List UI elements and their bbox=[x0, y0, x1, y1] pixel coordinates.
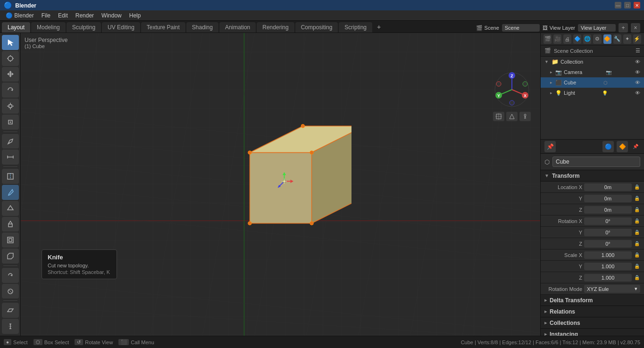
extrude-btn[interactable] bbox=[2, 217, 19, 232]
location-x-lock[interactable]: 🔒 bbox=[634, 184, 640, 191]
light-visibility[interactable]: 👁 bbox=[635, 90, 640, 96]
tab-modeling[interactable]: Modeling bbox=[31, 22, 66, 33]
menu-file[interactable]: File bbox=[38, 11, 54, 20]
menu-window[interactable]: Window bbox=[98, 11, 125, 20]
delta-transform-header[interactable]: ▸ Delta Transform bbox=[541, 295, 644, 306]
tab-scripting[interactable]: Scripting bbox=[339, 22, 372, 33]
scale-y-lock[interactable]: 🔒 bbox=[634, 263, 640, 270]
prop-pin-btn[interactable]: 📌 bbox=[544, 141, 556, 152]
scale-y-input[interactable]: 1.000 bbox=[584, 263, 632, 270]
menu-help[interactable]: Help bbox=[125, 11, 145, 20]
tab-compositing[interactable]: Compositing bbox=[295, 22, 338, 33]
bevel-btn[interactable] bbox=[2, 249, 19, 264]
cube-3d bbox=[210, 99, 351, 241]
location-x-input[interactable]: 0m bbox=[584, 183, 632, 191]
measure-tool-btn[interactable] bbox=[2, 149, 19, 165]
move-tool-btn[interactable] bbox=[2, 67, 19, 82]
screw-btn[interactable] bbox=[2, 284, 19, 299]
rip-btn[interactable] bbox=[2, 319, 19, 334]
rp-icon-btn-physics[interactable]: ⚡ bbox=[633, 34, 641, 44]
rp-icon-btn-scene[interactable]: 🎬 bbox=[544, 34, 552, 44]
scene-selector[interactable]: Scene bbox=[502, 24, 540, 32]
rp-icon-btn-scene2[interactable]: 🌐 bbox=[583, 34, 591, 44]
rp-icon-btn-render[interactable]: 🎥 bbox=[553, 34, 561, 44]
rotation-z-input[interactable]: 0° bbox=[584, 240, 632, 248]
minimize-button[interactable]: — bbox=[615, 2, 621, 8]
location-y-lock[interactable]: 🔒 bbox=[634, 195, 640, 202]
rotation-mode-dropdown[interactable]: XYZ Eule ▾ bbox=[584, 285, 640, 293]
cursor-tool-btn[interactable] bbox=[2, 51, 19, 66]
shear-btn[interactable] bbox=[2, 303, 19, 318]
location-y-input[interactable]: 0m bbox=[584, 195, 632, 202]
outliner-camera-item[interactable]: ▸ 📷 Camera 📷 👁 bbox=[541, 67, 644, 77]
maximize-button[interactable]: □ bbox=[624, 2, 631, 8]
rotation-x-lock[interactable]: 🔒 bbox=[634, 218, 640, 224]
relations-header[interactable]: ▸ Relations bbox=[541, 306, 644, 317]
rp-icon-btn-view[interactable]: 🔷 bbox=[573, 34, 581, 44]
rotate-tool-btn[interactable] bbox=[2, 83, 19, 98]
window-controls[interactable]: — □ ✕ bbox=[615, 2, 640, 8]
rotation-z-lock[interactable]: 🔒 bbox=[634, 240, 640, 247]
menu-blender[interactable]: 🔵 Blender bbox=[2, 11, 38, 20]
viewport-3d[interactable]: User Perspective (1) Cube Z X bbox=[21, 33, 540, 336]
loop-cut-btn[interactable] bbox=[2, 169, 19, 184]
rp-icon-btn-object[interactable]: 🔶 bbox=[603, 34, 611, 44]
annotate-tool-btn[interactable] bbox=[2, 134, 19, 149]
scale-x-input[interactable]: 1.000 bbox=[584, 251, 632, 259]
scale-z-lock[interactable]: 🔒 bbox=[634, 274, 640, 281]
scene-options-button[interactable]: × bbox=[631, 23, 640, 33]
inset-btn[interactable] bbox=[2, 232, 19, 248]
rotation-y-lock[interactable]: 🔒 bbox=[634, 229, 640, 236]
instancing-header[interactable]: ▸ Instancing bbox=[541, 329, 644, 336]
rp-icon-btn-output[interactable]: 🖨 bbox=[563, 34, 571, 44]
ortho-cam-btn[interactable] bbox=[493, 112, 504, 121]
outliner-collection-item[interactable]: ▼ 📁 Collection 👁 bbox=[541, 57, 644, 67]
tab-texture-paint[interactable]: Texture Paint bbox=[141, 22, 185, 33]
select-tool-btn[interactable] bbox=[2, 35, 19, 50]
tab-shading[interactable]: Shading bbox=[186, 22, 218, 33]
walk-nav-btn[interactable] bbox=[519, 112, 531, 121]
outliner-light-item[interactable]: ▸ 💡 Light 💡 👁 bbox=[541, 88, 644, 98]
tab-rendering[interactable]: Rendering bbox=[257, 22, 294, 33]
location-z-input[interactable]: 0m bbox=[584, 206, 632, 214]
poly-build-btn[interactable] bbox=[2, 201, 19, 216]
rp-icon-btn-modifier[interactable]: 🔧 bbox=[613, 34, 621, 44]
rp-icon-btn-world[interactable]: ⚙ bbox=[593, 34, 601, 44]
close-button[interactable]: ✕ bbox=[634, 2, 640, 8]
rp-icon-btn-particles[interactable]: ✦ bbox=[623, 34, 631, 44]
transform-section-header[interactable]: ▼ Transform bbox=[541, 170, 644, 182]
collection-visibility[interactable]: 👁 bbox=[635, 59, 640, 65]
prop-pin-active-btn[interactable]: 🔶 bbox=[617, 141, 628, 152]
spin-btn[interactable] bbox=[2, 268, 19, 283]
collections-header[interactable]: ▸ Collections bbox=[541, 317, 644, 329]
persp-cam-btn[interactable] bbox=[506, 112, 518, 121]
add-view-layer-button[interactable]: + bbox=[619, 23, 628, 33]
object-name-input[interactable] bbox=[552, 157, 640, 167]
transform-content: Location X 0m 🔒 Y 0m 🔒 Z 0m 🔒 bbox=[541, 182, 644, 295]
scale-x-lock[interactable]: 🔒 bbox=[634, 252, 640, 258]
knife-tool-btn[interactable] bbox=[2, 185, 19, 200]
camera-visibility[interactable]: 👁 bbox=[635, 69, 640, 75]
rotation-y-input[interactable]: 0° bbox=[584, 229, 632, 236]
tab-uv-editing[interactable]: UV Editing bbox=[102, 22, 140, 33]
scale-z-input[interactable]: 1.000 bbox=[584, 274, 632, 282]
prop-filter-btn[interactable]: 🔵 bbox=[602, 141, 614, 152]
scale-x-label: Scale X bbox=[544, 252, 582, 258]
menu-edit[interactable]: Edit bbox=[54, 11, 72, 20]
location-z-lock[interactable]: 🔒 bbox=[634, 207, 640, 213]
outliner-cube-item[interactable]: ▸ ⬛ Cube ⬡ 👁 bbox=[541, 77, 644, 88]
add-workspace-button[interactable]: + bbox=[373, 21, 385, 33]
navigation-gizmo[interactable]: Z X Y bbox=[493, 71, 531, 108]
scale-tool-btn[interactable] bbox=[2, 99, 19, 114]
outliner-filter-btn[interactable]: ☰ bbox=[636, 48, 640, 54]
menu-render[interactable]: Render bbox=[72, 11, 98, 20]
tab-animation[interactable]: Animation bbox=[219, 22, 256, 33]
viewport[interactable]: ⬛ Edit Mode ▾ · ⟋ ◼ View Select Add Mesh… bbox=[21, 33, 540, 336]
status-select: ● Select bbox=[4, 339, 28, 345]
view-layer-selector[interactable]: View Layer bbox=[578, 24, 616, 32]
rotation-x-input[interactable]: 0° bbox=[584, 217, 632, 225]
tab-sculpting[interactable]: Sculpting bbox=[67, 22, 101, 33]
cube-visibility[interactable]: 👁 bbox=[635, 80, 640, 85]
tab-layout[interactable]: Layout bbox=[2, 22, 30, 33]
transform-tool-btn[interactable] bbox=[2, 115, 19, 130]
